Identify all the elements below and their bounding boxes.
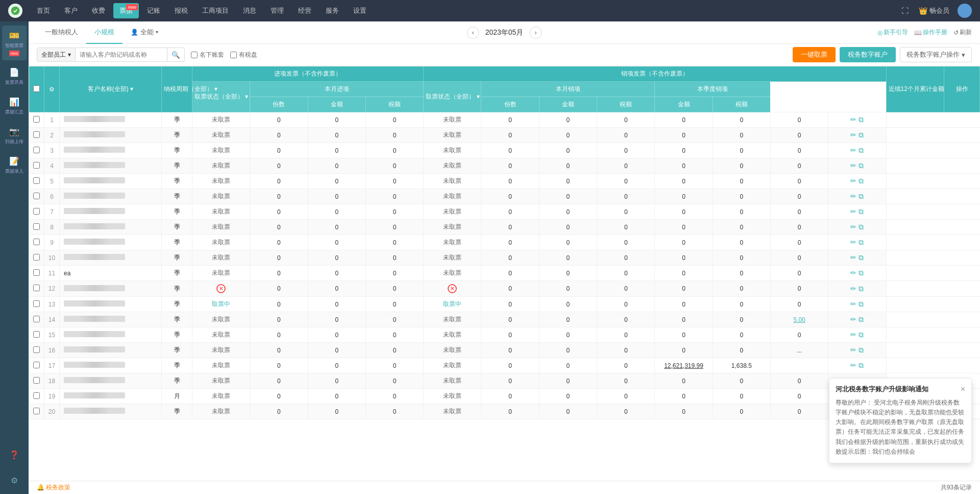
row-checkbox[interactable] <box>33 223 40 230</box>
nav-item-operation[interactable]: 经营 <box>292 3 317 18</box>
row-checkbox[interactable] <box>33 254 40 261</box>
nav-item-settings[interactable]: 设置 <box>347 3 373 18</box>
action-cell[interactable]: ✏⧉ <box>828 204 886 220</box>
user-avatar[interactable] <box>958 4 972 18</box>
client-name-cell[interactable] <box>60 174 162 189</box>
client-name-cell[interactable] <box>60 143 162 158</box>
th-out-status[interactable]: 取票状态（全部） ▾ <box>424 82 481 112</box>
action-cell[interactable]: ✏⧉ <box>828 189 886 204</box>
nav-item-message[interactable]: 消息 <box>237 3 262 18</box>
client-name-cell[interactable] <box>60 158 162 174</box>
check-sub-account[interactable]: 名下账套 <box>191 51 224 59</box>
row-checkbox[interactable] <box>33 300 40 307</box>
client-name-cell[interactable] <box>60 389 162 404</box>
copy-btn[interactable]: ⧉ <box>859 223 864 231</box>
row-checkbox[interactable] <box>33 346 40 353</box>
nav-item-client[interactable]: 客户 <box>58 3 84 18</box>
tax-policy-link[interactable]: 🔔 税务政策 <box>37 483 70 492</box>
edit-btn[interactable]: ✏ <box>850 331 856 339</box>
copy-btn[interactable]: ⧉ <box>859 285 864 293</box>
edit-btn[interactable]: ✏ <box>850 115 856 124</box>
action-cell[interactable]: ✏⧉ <box>828 327 886 343</box>
nav-item-business[interactable]: 工商项目 <box>196 3 235 18</box>
client-name-cell[interactable] <box>60 327 162 343</box>
prev-month-btn[interactable]: ‹ <box>467 27 479 39</box>
action-cell[interactable]: ✏⧉ <box>828 158 886 174</box>
edit-btn[interactable]: ✏ <box>850 192 856 200</box>
copy-btn[interactable]: ⧉ <box>859 331 864 339</box>
action-cell[interactable]: ✏⧉ <box>828 174 886 189</box>
edit-btn[interactable]: ✏ <box>850 161 856 170</box>
checkbox-tax-disk[interactable] <box>230 52 237 58</box>
refresh-link[interactable]: ↺ 刷新 <box>953 28 972 37</box>
new-guide-link[interactable]: ◎ 新手引导 <box>877 28 908 37</box>
edit-btn[interactable]: ✏ <box>850 223 856 231</box>
client-name-cell[interactable] <box>60 404 162 419</box>
sub-tab-general[interactable]: 一般纳税人 <box>37 21 86 44</box>
action-cell[interactable]: ✏⧉ <box>828 297 886 312</box>
digital-ops-btn[interactable]: 税务数字账户操作 ▾ <box>900 47 972 62</box>
app-logo[interactable] <box>8 4 22 18</box>
copy-btn[interactable]: ⧉ <box>859 238 864 246</box>
sidebar-item-ticket-entry[interactable]: 📝 票据录入 <box>2 151 27 179</box>
sidebar-item-ticket-summary[interactable]: 📊 票据汇总 <box>2 92 27 120</box>
row-checkbox[interactable] <box>33 285 40 291</box>
copy-btn[interactable]: ⧉ <box>859 146 864 154</box>
client-name-cell[interactable] <box>60 373 162 389</box>
check-tax-disk[interactable]: 有税盘 <box>230 51 257 59</box>
row-checkbox[interactable] <box>33 362 40 368</box>
row-checkbox[interactable] <box>33 377 40 384</box>
client-name-cell[interactable] <box>60 204 162 220</box>
manual-link[interactable]: 📖 操作手册 <box>914 28 947 37</box>
copy-btn[interactable]: ⧉ <box>859 253 864 262</box>
nav-item-tax[interactable]: 报税 <box>168 3 194 18</box>
copy-btn[interactable]: ⧉ <box>859 177 864 185</box>
client-name-cell[interactable] <box>60 112 162 128</box>
client-name-cell[interactable] <box>60 235 162 250</box>
search-input[interactable] <box>76 48 167 62</box>
action-cell[interactable]: ✏⧉ <box>828 358 886 373</box>
nav-item-account[interactable]: 记账 <box>141 3 166 18</box>
edit-btn[interactable]: ✏ <box>850 253 856 262</box>
digital-account-btn[interactable]: 税务数字账户 <box>840 47 896 62</box>
sidebar-item-smart-ticket[interactable]: 🎫 智能票票 new <box>2 26 27 60</box>
row-checkbox[interactable] <box>33 147 40 153</box>
nav-item-ticket[interactable]: 票据 new <box>113 3 139 18</box>
sidebar-item-settings-bottom[interactable]: ⚙ <box>2 471 27 490</box>
sub-tab-small[interactable]: 小规模 <box>86 21 122 44</box>
sidebar-item-help[interactable]: ❓ <box>2 445 27 464</box>
row-checkbox[interactable] <box>33 269 40 276</box>
row-checkbox[interactable] <box>33 331 40 338</box>
action-cell[interactable]: ✏⧉ <box>828 235 886 250</box>
client-name-cell[interactable] <box>60 297 162 312</box>
row-checkbox[interactable] <box>33 193 40 199</box>
action-cell[interactable]: ✏⧉ <box>828 220 886 235</box>
client-name-cell[interactable] <box>60 343 162 358</box>
copy-btn[interactable]: ⧉ <box>859 115 864 124</box>
nav-item-service[interactable]: 服务 <box>320 3 345 18</box>
next-month-btn[interactable]: › <box>529 27 542 39</box>
copy-btn[interactable]: ⧉ <box>859 207 864 216</box>
edit-btn[interactable]: ✏ <box>850 285 856 293</box>
copy-btn[interactable]: ⧉ <box>859 131 864 139</box>
copy-btn[interactable]: ⧉ <box>859 300 864 308</box>
th-tax-period[interactable]: 纳税周期（全部） ▾ <box>162 66 192 112</box>
edit-btn[interactable]: ✏ <box>850 207 856 216</box>
client-name-cell[interactable] <box>60 281 162 297</box>
client-name-cell[interactable]: ea <box>60 266 162 281</box>
action-cell[interactable]: ✏⧉ <box>828 343 886 358</box>
edit-btn[interactable]: ✏ <box>850 238 856 246</box>
one-click-btn[interactable]: 一键取票 <box>793 47 836 62</box>
edit-btn[interactable]: ✏ <box>850 146 856 154</box>
client-name-cell[interactable] <box>60 220 162 235</box>
row-checkbox[interactable] <box>33 208 40 215</box>
client-name-cell[interactable] <box>60 189 162 204</box>
copy-btn[interactable]: ⧉ <box>859 315 864 323</box>
row-checkbox[interactable] <box>33 162 40 169</box>
action-cell[interactable]: ✏⧉ <box>828 281 886 297</box>
member-btn[interactable]: 👑 畅会员 <box>919 6 949 15</box>
copy-btn[interactable]: ⧉ <box>859 161 864 170</box>
select-all-checkbox[interactable] <box>33 85 40 92</box>
sidebar-item-scan-upload[interactable]: 📷 扫描上传 <box>2 122 27 149</box>
edit-btn[interactable]: ✏ <box>850 361 856 369</box>
